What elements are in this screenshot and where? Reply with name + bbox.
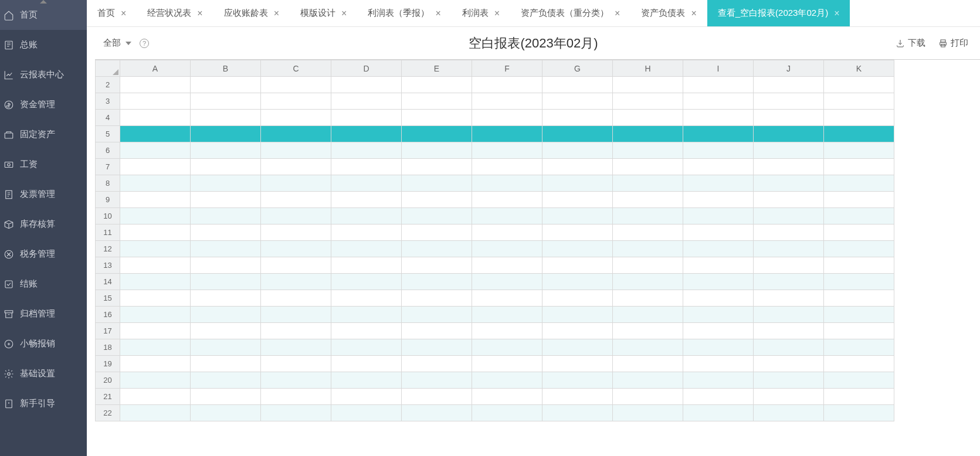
cell[interactable] [120,257,191,274]
row-header[interactable]: 21 [96,389,120,405]
cell[interactable] [754,274,824,290]
close-icon[interactable]: × [197,9,202,18]
row-header[interactable]: 12 [96,241,120,257]
close-icon[interactable]: × [834,9,839,18]
cell[interactable] [191,224,261,241]
cell[interactable] [120,241,191,257]
cell[interactable] [472,372,542,389]
cell[interactable] [613,274,683,290]
cell[interactable] [824,372,894,389]
cell[interactable] [261,274,331,290]
download-button[interactable]: 下载 [896,38,925,49]
column-header[interactable]: F [472,60,542,77]
row-header[interactable]: 22 [96,405,120,421]
row-header[interactable]: 8 [96,175,120,192]
cell[interactable] [472,77,542,93]
sidebar-item-chart[interactable]: 云报表中心 [0,60,87,90]
cell[interactable] [542,290,613,307]
cell[interactable] [331,339,402,356]
cell[interactable] [754,208,824,224]
cell[interactable] [542,356,613,372]
cell[interactable] [754,307,824,323]
cell[interactable] [613,257,683,274]
cell[interactable] [824,274,894,290]
cell[interactable] [542,110,613,126]
cell[interactable] [261,339,331,356]
sidebar-item-close-book[interactable]: 结账 [0,269,87,299]
close-icon[interactable]: × [121,9,126,18]
sidebar-item-tax[interactable]: 税务管理 [0,239,87,269]
cell[interactable] [472,323,542,339]
cell[interactable] [402,339,472,356]
cell[interactable] [683,323,754,339]
cell[interactable] [191,77,261,93]
cell[interactable] [824,192,894,208]
cell[interactable] [472,224,542,241]
cell[interactable] [683,93,754,110]
cell[interactable] [824,159,894,175]
cell[interactable] [754,323,824,339]
cell[interactable] [683,307,754,323]
cell[interactable] [472,159,542,175]
cell[interactable] [542,307,613,323]
cell[interactable] [472,389,542,405]
cell[interactable] [402,110,472,126]
scroll-up-icon[interactable] [40,0,47,4]
cell[interactable] [824,389,894,405]
cell[interactable] [191,241,261,257]
row-header[interactable]: 14 [96,274,120,290]
close-icon[interactable]: × [341,9,347,18]
tab[interactable]: 资产负债表× [630,0,707,26]
sidebar-item-ledger[interactable]: 总账 [0,30,87,60]
cell[interactable] [542,224,613,241]
cell[interactable] [120,175,191,192]
column-header[interactable]: D [331,60,402,77]
cell[interactable] [402,93,472,110]
cell[interactable] [542,339,613,356]
cell[interactable] [120,93,191,110]
cell[interactable] [472,126,542,142]
cell[interactable] [824,356,894,372]
cell[interactable] [261,77,331,93]
spreadsheet[interactable]: ABCDEFGHIJK23456789101112131415161718192… [95,59,980,456]
cell[interactable] [683,290,754,307]
cell[interactable] [754,175,824,192]
cell[interactable] [191,323,261,339]
cell[interactable] [120,405,191,421]
sidebar-item-guide[interactable]: 新手引导 [0,389,87,418]
cell[interactable] [191,142,261,159]
close-icon[interactable]: × [274,9,279,18]
cell[interactable] [613,241,683,257]
cell[interactable] [261,389,331,405]
cell[interactable] [472,142,542,159]
cell[interactable] [402,241,472,257]
column-header[interactable]: K [824,60,894,77]
sidebar-item-home[interactable]: 首页 [0,0,87,30]
cell[interactable] [331,274,402,290]
cell[interactable] [120,159,191,175]
cell[interactable] [191,208,261,224]
tab[interactable]: 首页× [87,0,137,26]
cell[interactable] [472,274,542,290]
cell[interactable] [191,290,261,307]
cell[interactable] [331,372,402,389]
cell[interactable] [191,110,261,126]
cell[interactable] [402,192,472,208]
cell[interactable] [754,142,824,159]
cell[interactable] [191,389,261,405]
cell[interactable] [754,257,824,274]
cell[interactable] [542,175,613,192]
cell[interactable] [331,323,402,339]
cell[interactable] [683,175,754,192]
cell[interactable] [542,159,613,175]
cell[interactable] [754,77,824,93]
cell[interactable] [754,389,824,405]
cell[interactable] [683,339,754,356]
column-header[interactable]: B [191,60,261,77]
cell[interactable] [261,175,331,192]
cell[interactable] [191,159,261,175]
column-header[interactable]: J [754,60,824,77]
cell[interactable] [613,389,683,405]
row-header[interactable]: 20 [96,372,120,389]
cell[interactable] [191,405,261,421]
